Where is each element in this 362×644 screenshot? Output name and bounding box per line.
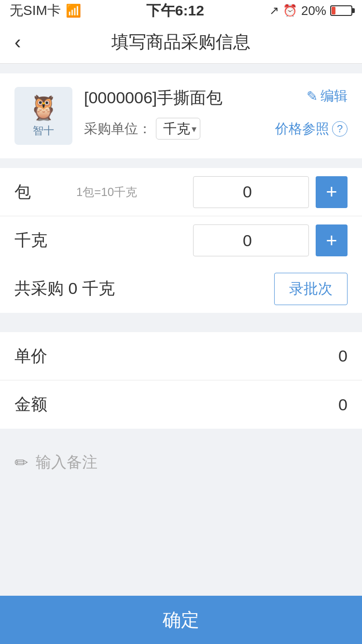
alarm-icon: ⏰ [283, 4, 297, 17]
edit-button[interactable]: ✎ 编辑 [306, 87, 348, 105]
location-icon: ↗ [269, 4, 279, 17]
status-left: 无SIM卡 📶 [10, 1, 81, 20]
battery-percent: 20% [301, 3, 326, 18]
price-ref-button[interactable]: 价格参照 ? [275, 120, 348, 138]
edit-icon: ✎ [306, 88, 318, 104]
pack-input-row: 包 1包=10千克 + [0, 168, 362, 216]
pack-label: 包 [14, 181, 72, 203]
batch-button[interactable]: 录批次 [274, 273, 348, 305]
kg-input-row: 千克 + [0, 216, 362, 265]
status-bar: 无SIM卡 📶 下午6:12 ↗ ⏰ 20% [0, 0, 362, 21]
product-unit-row: 采购单位： 千克 包 克 价格参照 ? [84, 118, 348, 140]
product-name: [0000006]手撕面包 [84, 87, 223, 109]
product-info: [0000006]手撕面包 ✎ 编辑 采购单位： 千克 包 克 价格参照 [84, 87, 348, 140]
input-section: 包 1包=10千克 + 千克 + [0, 168, 362, 265]
kg-label: 千克 [14, 229, 72, 252]
product-code: [0000006] [84, 88, 157, 107]
product-owl-icon: 🦉 [28, 94, 58, 122]
section-divider-1 [0, 158, 362, 168]
summary-row: 共采购 0 千克 录批次 [0, 265, 362, 313]
notes-placeholder: 输入备注 [36, 452, 97, 473]
summary-text: 共采购 0 千克 [14, 278, 115, 300]
product-card: 🦉 智十 [0000006]手撕面包 ✎ 编辑 采购单位： 千克 包 克 [0, 73, 362, 158]
notes-section[interactable]: ✏ 输入备注 [0, 438, 362, 487]
nav-bar: ‹ 填写商品采购信息 [0, 21, 362, 64]
kg-quantity-input[interactable] [193, 224, 309, 256]
kg-plus-button[interactable]: + [316, 224, 348, 256]
edit-label: 编辑 [320, 87, 348, 105]
battery-icon [330, 5, 352, 16]
unit-select[interactable]: 千克 包 克 [156, 118, 200, 140]
wifi-icon: 📶 [66, 3, 81, 18]
pack-plus-button[interactable]: + [316, 176, 348, 208]
amount-value: 0 [338, 395, 348, 414]
unit-label-group: 采购单位： 千克 包 克 [84, 118, 200, 140]
price-ref-help-icon: ? [332, 121, 348, 137]
unit-price-value: 0 [338, 347, 348, 365]
product-image: 🦉 智十 [14, 87, 72, 145]
confirm-button[interactable]: 确定 [0, 596, 362, 644]
pack-sublabel: 1包=10千克 [76, 184, 137, 200]
unit-select-wrapper[interactable]: 千克 包 克 [156, 118, 200, 140]
status-right: ↗ ⏰ 20% [269, 3, 352, 18]
carrier-text: 无SIM卡 [10, 1, 61, 20]
page-title: 填写商品采购信息 [111, 30, 251, 54]
amount-label: 金额 [14, 393, 47, 416]
unit-label: 采购单位： [84, 121, 152, 136]
unit-price-row: 单价 0 [0, 332, 362, 380]
pack-quantity-input[interactable] [193, 176, 309, 208]
unit-price-label: 单价 [14, 345, 47, 367]
notes-pencil-icon: ✏ [14, 453, 28, 472]
section-divider-2 [0, 313, 362, 322]
status-time: 下午6:12 [146, 1, 204, 21]
product-image-label: 智十 [33, 124, 54, 138]
product-title: 手撕面包 [157, 88, 223, 107]
amount-row: 金额 0 [0, 380, 362, 429]
product-header: [0000006]手撕面包 ✎ 编辑 [84, 87, 348, 109]
price-ref-label: 价格参照 [275, 120, 329, 138]
back-button[interactable]: ‹ [14, 31, 21, 53]
price-section: 单价 0 金额 0 [0, 332, 362, 429]
